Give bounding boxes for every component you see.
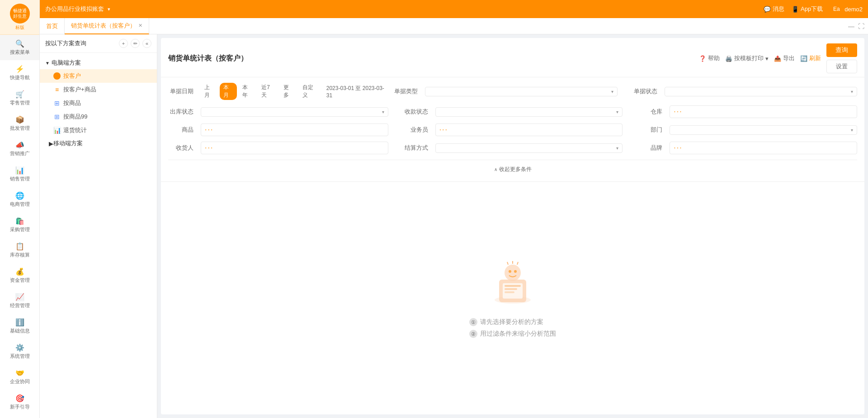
date-tab-7days[interactable]: 近7天 — [258, 83, 278, 100]
svg-line-11 — [517, 262, 518, 265]
date-tab-last-month[interactable]: 上月 — [201, 83, 218, 100]
message-btn[interactable]: 💬 消息 — [764, 5, 784, 13]
user-area[interactable]: Ea demo2 — [830, 3, 863, 15]
receipt-status-select[interactable]: ▾ — [435, 107, 623, 117]
doc-type-select[interactable]: ▾ — [425, 87, 618, 96]
sidebar-item-marketing[interactable]: 📣 营销推广 — [0, 136, 39, 162]
tree-item-label: 按商品99 — [63, 113, 87, 121]
empty-state: ① 请先选择要分析的方案 ② 用过滤条件来缩小分析范围 — [161, 182, 864, 414]
empty-tip-1: ① 请先选择要分析的方案 — [469, 318, 556, 326]
tree-item-return-stat[interactable]: 📊 退货统计 — [40, 124, 157, 137]
date-tab-more[interactable]: 更多 — [280, 83, 297, 100]
doc-status-select[interactable]: ▾ — [665, 87, 857, 96]
sidebar-item-purchase[interactable]: 🛍️ 采购管理 — [0, 212, 39, 238]
sidebar-item-enterprise[interactable]: 🤝 企业协同 — [0, 364, 39, 390]
sidebar-item-finance[interactable]: 💰 资金管理 — [0, 263, 39, 288]
department-label: 部门 — [637, 126, 662, 134]
refresh-btn[interactable]: 🔄 刷新 — [800, 54, 821, 62]
app-download-btn[interactable]: 📱 App下载 — [792, 5, 823, 13]
date-filter: 上月 本月 本年 近7天 更多 自定义 2023-03-01 至 2023-03… — [201, 83, 385, 100]
filter-row-3: 商品 ··· 业务员 ··· 部门 ▾ — [168, 124, 857, 136]
tree-item-by-product[interactable]: ⊞ 按商品 — [40, 96, 157, 110]
sidebar-item-sys-mgmt[interactable]: ⚙️ 系统管理 — [0, 339, 39, 364]
tab-maximize-btn[interactable]: ⛶ — [858, 23, 864, 30]
payment-method-select[interactable]: ▾ — [435, 143, 623, 153]
page-actions: ❓ 帮助 🖨️ 按模板打印 ▾ 📤 导出 🔄 刷新 — [699, 43, 857, 73]
by-customer-product-icon: ≡ — [53, 86, 61, 93]
page-header: 销货单统计表（按客户） ❓ 帮助 🖨️ 按模板打印 ▾ 📤 导出 — [161, 38, 864, 77]
sidebar-item-wholesale-mgmt[interactable]: 📦 批发管理 — [0, 111, 39, 136]
receiver-label: 收货人 — [168, 144, 193, 152]
logo-area: 畅捷通好生意 标版 — [0, 0, 39, 35]
collapse-more-btn[interactable]: ∧ 收起更多条件 — [494, 163, 532, 176]
sidebar-item-sales-mgmt[interactable]: 📊 销售管理 — [0, 162, 39, 187]
print-dropdown-icon: ▾ — [765, 55, 769, 62]
settings-btn[interactable]: 设置 — [826, 60, 857, 73]
product-select[interactable]: ··· — [201, 124, 388, 136]
scheme-add-btn[interactable]: + — [119, 39, 128, 48]
avatar: Ea — [830, 3, 843, 15]
warehouse-select[interactable]: ··· — [670, 105, 857, 118]
empty-state-illustration — [486, 255, 540, 309]
sys-icon: ⚙️ — [15, 343, 24, 352]
sidebar-item-operations[interactable]: 📈 经营管理 — [0, 288, 39, 314]
warehouse-dots: ··· — [674, 108, 682, 116]
logo-subtext: 标版 — [15, 24, 24, 31]
tab-minimize-btn[interactable]: — — [848, 23, 854, 30]
tree-group-mobile-title[interactable]: ▶ 移动端方案 — [40, 137, 157, 150]
tree-group-desktop-title[interactable]: ▼ 电脑端方案 — [40, 57, 157, 69]
filter-area: 单据日期 上月 本月 本年 近7天 更多 自定义 2023-03-01 至 20… — [161, 77, 864, 182]
tree-group-mobile-arrow-icon: ▶ — [49, 140, 53, 147]
sidebar-item-inventory[interactable]: 📋 库存核算 — [0, 238, 39, 263]
export-btn[interactable]: 📤 导出 — [774, 54, 795, 62]
help-btn[interactable]: ❓ 帮助 — [699, 54, 720, 62]
filter-row-4: 收货人 ··· 结算方式 ▾ 品牌 ··· — [168, 142, 857, 154]
enterprise-icon: 🤝 — [15, 369, 24, 377]
tab-sales-stat[interactable]: 销货单统计表（按客户） ✕ — [65, 18, 149, 34]
print-btn[interactable]: 🖨️ 按模板打印 ▾ — [725, 54, 769, 62]
sidebar-item-label: 基础信息 — [10, 328, 30, 334]
sidebar-item-retail-mgmt[interactable]: 🛒 零售管理 — [0, 86, 39, 111]
topbar-dropdown-icon[interactable]: ▾ — [108, 6, 110, 12]
tree-item-by-product-99[interactable]: ⊞ 按商品99 — [40, 110, 157, 124]
doc-status-arrow-icon: ▾ — [851, 89, 853, 94]
quick-nav-icon: ⚡ — [15, 65, 24, 73]
brand-dots: ··· — [674, 144, 682, 152]
receiver-select[interactable]: ··· — [201, 142, 388, 154]
scheme-collapse-btn[interactable]: « — [142, 39, 151, 48]
sidebar-item-label: 新手引导 — [10, 404, 30, 410]
salesperson-select[interactable]: ··· — [435, 124, 623, 136]
department-select[interactable]: ▾ — [670, 125, 857, 135]
receipt-status-arrow-icon: ▾ — [616, 109, 618, 114]
sidebar: 畅捷通好生意 标版 🔍 搜索菜单 ⚡ 快捷导航 🛒 零售管理 📦 批发管理 📣 … — [0, 0, 40, 418]
empty-tips: ① 请先选择要分析的方案 ② 用过滤条件来缩小分析范围 — [469, 318, 556, 342]
tree-item-by-customer[interactable]: 按客户 — [40, 69, 157, 83]
tree-item-by-customer-product[interactable]: ≡ 按客户+商品 — [40, 83, 157, 96]
date-tab-this-year[interactable]: 本年 — [239, 83, 256, 100]
tab-close-icon[interactable]: ✕ — [138, 23, 142, 28]
sidebar-item-basic-info[interactable]: ℹ️ 基础信息 — [0, 314, 39, 339]
sidebar-item-label: 资金管理 — [10, 277, 30, 284]
sidebar-item-quick-nav[interactable]: ⚡ 快捷导航 — [0, 60, 39, 86]
sidebar-item-newbie[interactable]: 🎯 新手引导 — [0, 390, 39, 415]
scheme-edit-btn[interactable]: ✏ — [131, 39, 140, 48]
sidebar-item-label: 企业协同 — [10, 378, 30, 385]
sidebar-item-search-menu[interactable]: 🔍 搜索菜单 — [0, 35, 39, 60]
topbar-title: 办公用品行业模拟账套 — [45, 5, 104, 13]
brand-select[interactable]: ··· — [670, 142, 857, 154]
svg-rect-3 — [505, 285, 521, 287]
payment-method-label: 结算方式 — [403, 144, 428, 152]
retail-icon: 🛒 — [15, 90, 24, 99]
export-label: 导出 — [783, 54, 795, 62]
out-status-select[interactable]: ▾ — [201, 107, 388, 117]
query-btn[interactable]: 查询 — [826, 43, 857, 57]
tree-item-label: 按商品 — [63, 99, 81, 107]
sidebar-item-ecommerce[interactable]: 🌐 电商管理 — [0, 187, 39, 212]
date-tab-this-month[interactable]: 本月 — [220, 83, 237, 100]
tree-item-label: 退货统计 — [63, 126, 87, 134]
sidebar-item-app-center[interactable]: 📱 应用中心 — [0, 415, 39, 418]
svg-point-7 — [509, 270, 511, 273]
tab-home[interactable]: 首页 — [40, 18, 65, 34]
date-tab-custom[interactable]: 自定义 — [299, 83, 321, 100]
product-dots: ··· — [205, 126, 213, 134]
